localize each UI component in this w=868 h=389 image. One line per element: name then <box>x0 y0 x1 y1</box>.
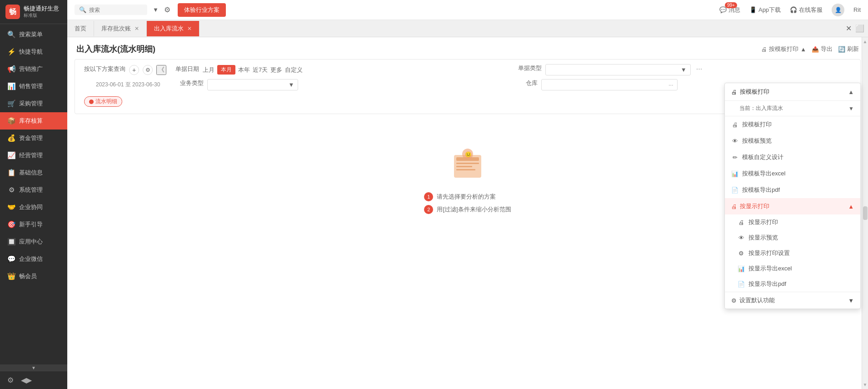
sidebar-item-label: 企业协同 <box>19 203 43 211</box>
dropdown-item-template-custom[interactable]: ✏ 模板自定义设计 <box>725 149 860 165</box>
date-opt-7days[interactable]: 近7天 <box>253 66 268 74</box>
filter-settings-button[interactable]: ⚙ <box>143 65 153 75</box>
filter-collapse-button[interactable]: 《 <box>156 65 166 75</box>
topbar-search-box[interactable]: 🔍 <box>75 5 147 15</box>
filter-add-button[interactable]: + <box>129 65 139 75</box>
export-button[interactable]: 📤 导出 <box>812 45 833 53</box>
app-icon: 📱 <box>749 6 757 13</box>
sidebar-item-operation[interactable]: 📈 经营管理 <box>0 147 67 164</box>
sidebar-scroll-down[interactable]: ▼ <box>0 364 67 371</box>
topbar-gear-icon[interactable]: ⚙ <box>164 5 170 14</box>
date-opt-year[interactable]: 本年 <box>238 66 250 74</box>
sidebar-item-finance[interactable]: 💰 资金管理 <box>0 130 67 147</box>
footer-settings-icon: ⚙ <box>731 297 737 304</box>
tab-batch-close[interactable]: ✕ <box>135 25 139 32</box>
filter-business-label: 业务类型 <box>180 79 204 87</box>
message-button[interactable]: 💬 消息 99+ <box>719 6 740 14</box>
sidebar-item-cooperation[interactable]: 🤝 企业协同 <box>0 199 67 216</box>
scroll-down-arrow[interactable]: ▼ <box>863 382 868 387</box>
shortcut-icon: ⚡ <box>7 48 15 56</box>
filter-warehouse-select[interactable]: ··· <box>541 79 678 90</box>
dropdown-item-template-print[interactable]: 🖨 按模板打印 <box>725 116 860 133</box>
cooperation-icon: 🤝 <box>7 203 15 211</box>
dropdown-item-display-excel[interactable]: 📊 按显示导出excel <box>725 261 860 276</box>
sidebar-item-inventory[interactable]: 📦 库存核算 <box>0 112 67 130</box>
filter-business-select[interactable]: ▼ <box>207 79 298 90</box>
tab-maximize-button[interactable]: ⬜ <box>855 24 864 33</box>
online-service-button[interactable]: 🎧 在线客服 <box>790 6 823 14</box>
sidebar-item-label: 销售管理 <box>19 82 43 90</box>
print-button[interactable]: 🖨 按模板打印 ▲ <box>761 45 806 53</box>
dropdown-item-template-excel[interactable]: 📊 按模板导出excel <box>725 165 860 182</box>
sidebar-item-shortcut[interactable]: ⚡ 快捷导航 <box>0 43 67 60</box>
collapse-icon[interactable]: ◀▶ <box>21 376 32 384</box>
right-scrollbar[interactable]: ▲ ▼ <box>862 37 868 389</box>
dropdown-item-template-pdf[interactable]: 📄 按模板导出pdf <box>725 182 860 198</box>
username-label[interactable]: Rit <box>853 6 861 13</box>
dropdown-item-display-preview[interactable]: 👁 按显示预览 <box>725 230 860 245</box>
service-label: 在线客服 <box>799 6 823 14</box>
step-2-num: 2 <box>424 205 433 214</box>
sidebar-item-label: 经营管理 <box>19 151 43 160</box>
date-opt-custom[interactable]: 自定义 <box>285 66 303 74</box>
dropdown-footer[interactable]: ⚙ 设置默认功能 ▼ <box>725 292 860 309</box>
filter-active-tag[interactable]: 流水明细 <box>84 96 122 107</box>
sidebar-item-member[interactable]: 👑 畅会员 <box>0 268 67 285</box>
search-icon: 🔍 <box>7 30 15 39</box>
date-opt-current-month[interactable]: 本月 <box>217 65 235 75</box>
dropdown-item-display-print[interactable]: 🖨 按显示打印 <box>725 214 860 230</box>
sidebar-item-label: 快捷导航 <box>19 48 43 56</box>
template-pdf-label: 按模板导出pdf <box>742 186 780 194</box>
settings-icon[interactable]: ⚙ <box>7 376 14 384</box>
refresh-label: 刷新 <box>847 45 859 53</box>
sidebar-item-guide[interactable]: 🎯 新手引导 <box>0 216 67 233</box>
sidebar-item-system[interactable]: ⚙ 系统管理 <box>0 181 67 199</box>
display-preview-icon: 👁 <box>738 234 745 241</box>
dropdown-current-item[interactable]: 当前：出入库流水 ▼ <box>725 101 860 116</box>
filter-type-label: 单据类型 <box>518 64 542 72</box>
dropdown-up-arrow[interactable]: ▲ <box>848 89 854 95</box>
scroll-thumb[interactable] <box>863 206 868 220</box>
tabs-right-actions: ✕ ⬜ <box>846 24 868 33</box>
tab-close-all-button[interactable]: ✕ <box>846 24 852 33</box>
svg-text:😐: 😐 <box>465 151 472 158</box>
dropdown-item-template-preview[interactable]: 👁 按模板预览 <box>725 133 860 149</box>
sidebar-item-sales[interactable]: 📊 销售管理 <box>0 78 67 95</box>
topbar-right: 💬 消息 99+ 📱 App下载 🎧 在线客服 👤 Rit <box>719 4 861 16</box>
finance-icon: 💰 <box>7 134 15 142</box>
date-opt-more[interactable]: 更多 <box>270 66 282 74</box>
sidebar-item-label: 系统管理 <box>19 186 43 194</box>
sidebar-item-marketing[interactable]: 📢 营销推广 <box>0 60 67 78</box>
tab-home[interactable]: 首页 <box>67 21 94 36</box>
filter-type-more-button[interactable]: ··· <box>694 64 704 74</box>
template-excel-label: 按模板导出excel <box>742 170 785 178</box>
sidebar-item-basic[interactable]: 📋 基础信息 <box>0 164 67 181</box>
sidebar-item-wechat[interactable]: 💬 企业微信 <box>0 250 67 268</box>
display-preview-label: 按显示预览 <box>748 234 778 242</box>
tab-batch-account[interactable]: 库存批次账 ✕ <box>94 21 147 36</box>
filter-type-select[interactable]: ▼ <box>545 64 691 75</box>
tab-inout-close[interactable]: ✕ <box>187 25 192 32</box>
filter-type-arrow: ▼ <box>681 66 687 73</box>
app-label: App下载 <box>758 6 781 14</box>
template-excel-icon: 📊 <box>731 170 738 177</box>
print-arrow-icon: ▲ <box>800 46 806 53</box>
search-input[interactable] <box>89 7 135 13</box>
scroll-up-arrow[interactable]: ▲ <box>863 39 868 44</box>
app-download-button[interactable]: 📱 App下载 <box>749 6 781 14</box>
display-section-arrow: ▲ <box>848 203 854 210</box>
tab-inout-flow[interactable]: 出入库流水 ✕ <box>147 21 200 36</box>
dropdown-display-section[interactable]: 🖨 按显示打印 ▲ <box>725 198 860 214</box>
date-opt-last-month[interactable]: 上月 <box>203 66 215 74</box>
search-dropdown-arrow[interactable]: ▼ <box>153 6 159 13</box>
sidebar-item-label: 采购管理 <box>19 100 43 108</box>
refresh-button[interactable]: 🔄 刷新 <box>838 45 859 53</box>
sidebar-item-search[interactable]: 🔍 搜索菜单 <box>0 26 67 43</box>
user-avatar[interactable]: 👤 <box>832 4 844 16</box>
sidebar-item-appcenter[interactable]: 🔲 应用中心 <box>0 233 67 250</box>
inventory-icon: 📦 <box>7 117 15 125</box>
industry-button[interactable]: 体验行业方案 <box>178 3 226 17</box>
sidebar-item-purchase[interactable]: 🛒 采购管理 <box>0 95 67 112</box>
dropdown-item-display-settings[interactable]: ⚙ 按显示打印设置 <box>725 245 860 261</box>
dropdown-item-display-pdf[interactable]: 📄 按显示导出pdf <box>725 276 860 292</box>
